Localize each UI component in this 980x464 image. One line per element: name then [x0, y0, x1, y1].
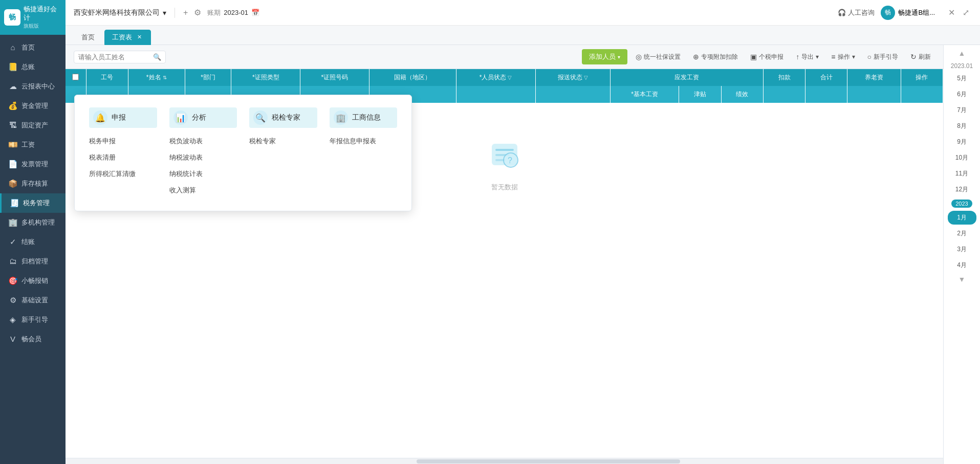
- plus-icon[interactable]: +: [183, 8, 188, 17]
- sidebar-item-guide[interactable]: ◈新手引导: [0, 310, 66, 329]
- add-person-button[interactable]: 添加人员 ▾: [582, 49, 627, 64]
- month-item-10月[interactable]: 10月: [948, 151, 976, 165]
- special-deduction-icon: ⊕: [693, 53, 699, 61]
- sidebar-item-settings[interactable]: ⚙基础设置: [0, 291, 66, 310]
- menu-item-tax-settlement[interactable]: 所得税汇算清缴: [89, 166, 157, 182]
- multi-org-nav-icon: 🏢: [8, 218, 17, 227]
- select-all-checkbox[interactable]: [72, 74, 79, 80]
- sidebar-logo: 畅 畅捷通好会计 旗舰版: [0, 0, 66, 35]
- menu-item-tax-table[interactable]: 税表清册: [89, 149, 157, 166]
- menu-item-tax-burden[interactable]: 税负波动表: [169, 133, 237, 149]
- logo-icon: 畅: [4, 9, 20, 26]
- month-item-12月[interactable]: 12月: [948, 183, 976, 196]
- cloud-report-nav-icon: ☁: [8, 82, 17, 91]
- month-item-9月[interactable]: 9月: [948, 135, 976, 149]
- social-insurance-icon: ◎: [636, 53, 642, 61]
- user-menu[interactable]: 畅 畅捷通B组...: [881, 6, 935, 20]
- refresh-label: 刷新: [919, 53, 931, 61]
- company-dropdown-icon[interactable]: ▾: [163, 9, 166, 17]
- month-item-8月[interactable]: 8月: [948, 119, 976, 133]
- period-value: 2023-01: [224, 9, 248, 16]
- th-performance: 绩效: [721, 86, 763, 103]
- support-icon: 🎧: [838, 9, 846, 16]
- month-item-6月[interactable]: 6月: [948, 87, 976, 101]
- month-item-11月[interactable]: 11月: [948, 167, 976, 181]
- menu-item-tax-stats[interactable]: 纳税统计表: [169, 166, 237, 182]
- sidebar-item-fixed-assets[interactable]: 🏗固定资产: [0, 116, 66, 135]
- refresh-button[interactable]: ↻ 刷新: [906, 51, 935, 63]
- main-area: 西安虾米网络科技有限公司 ▾ + ⚙ 账期 2023-01 📅 🎧 人工咨询 畅…: [66, 0, 980, 464]
- closing-nav-icon: ✓: [8, 237, 17, 247]
- name-sort-icon[interactable]: ⇅: [163, 75, 167, 80]
- sidebar-item-tax[interactable]: 🧾税务管理: [0, 193, 66, 213]
- sidebar-item-closing[interactable]: ✓结账: [0, 232, 66, 252]
- new-guide-button[interactable]: ○ 新手引导: [863, 51, 902, 63]
- date-nav-down[interactable]: ▼: [956, 273, 968, 285]
- month-2023-item-3月[interactable]: 3月: [948, 242, 976, 256]
- th-deduction: 扣款: [763, 69, 805, 86]
- divider-1: [175, 8, 175, 18]
- horizontal-scrollbar[interactable]: [66, 458, 943, 464]
- sidebar-item-marketing[interactable]: 🎯小畅报销: [0, 271, 66, 291]
- menu-item-annual-report[interactable]: 年报信息申报表: [330, 133, 398, 149]
- menu-section-analysis: 📊 分析 税负波动表 纳税波动表 纳税统计表 收入测算: [163, 103, 244, 203]
- tax-declaration-button[interactable]: ▣ 个税申报: [746, 51, 788, 63]
- support-button[interactable]: 🎧 人工咨询: [838, 8, 875, 17]
- app-version: 旗舰版: [24, 23, 61, 30]
- tab-salary-table[interactable]: 工资表 ✕: [104, 30, 151, 45]
- sidebar-item-ledger[interactable]: 📒总账: [0, 57, 66, 77]
- menu-item-tax-expert[interactable]: 税检专家: [249, 133, 317, 149]
- tax-expert-section-icon: 🔍: [253, 111, 268, 125]
- add-person-dropdown-arrow: ▾: [618, 54, 620, 60]
- social-insurance-button[interactable]: ◎ 统一社保设置: [631, 51, 685, 63]
- cloud-report-nav-label: 云报表中心: [21, 82, 55, 91]
- tax-nav-label: 税务管理: [23, 198, 50, 208]
- sidebar-item-inventory[interactable]: 📦库存核算: [0, 174, 66, 193]
- month-2023-item-1月[interactable]: 1月: [948, 211, 976, 225]
- sidebar-item-home[interactable]: ⌂首页: [0, 38, 66, 57]
- business-info-section-icon: 🏢: [334, 111, 348, 125]
- status-filter-icon[interactable]: ▽: [508, 75, 512, 80]
- export-button[interactable]: ↑ 导出 ▾: [792, 51, 823, 63]
- new-guide-label: 新手引导: [874, 53, 898, 61]
- close-button[interactable]: ✕: [945, 7, 957, 19]
- home-nav-icon: ⌂: [8, 43, 17, 52]
- analysis-section-icon: 📊: [173, 111, 188, 125]
- search-input[interactable]: [78, 53, 150, 61]
- month-item-5月[interactable]: 5月: [948, 72, 976, 85]
- expand-button[interactable]: ⤢: [960, 7, 972, 19]
- menu-item-tax-payment[interactable]: 纳税波动表: [169, 149, 237, 166]
- menu-item-tax-declaration[interactable]: 税务申报: [89, 133, 157, 149]
- menu-grid: 🔔 申报 税务申报 税表清册 所得税汇算清缴 📊 分析 税负波动表 纳税波动表 …: [83, 103, 403, 203]
- tab-home[interactable]: 首页: [74, 30, 102, 45]
- sidebar-item-salary[interactable]: 💴工资: [0, 135, 66, 154]
- sidebar-item-archive[interactable]: 🗂归档管理: [0, 252, 66, 271]
- ledger-nav-label: 总账: [21, 62, 35, 72]
- window-controls: ✕ ⤢: [945, 7, 972, 19]
- fund-nav-icon: 💰: [8, 101, 17, 111]
- tax-declaration-label: 个税申报: [759, 53, 783, 61]
- menu-item-income-calc[interactable]: 收入测算: [169, 182, 237, 198]
- new-guide-icon: ○: [867, 53, 872, 61]
- company-selector[interactable]: 西安虾米网络科技有限公司 ▾: [74, 8, 166, 17]
- sidebar-item-fund[interactable]: 💰资金管理: [0, 96, 66, 116]
- no-data-icon: ?: [484, 134, 525, 174]
- scrollbar-thumb[interactable]: [417, 459, 680, 463]
- report-status-filter-icon[interactable]: ▽: [584, 75, 588, 80]
- tab-close-icon[interactable]: ✕: [135, 33, 143, 41]
- operations-button[interactable]: ≡ 操作 ▾: [827, 51, 859, 63]
- sidebar-item-invoice[interactable]: 📄发票管理: [0, 154, 66, 174]
- th-region: 国籍（地区）: [369, 69, 456, 86]
- sidebar-item-cloud-report[interactable]: ☁云报表中心: [0, 77, 66, 96]
- sidebar-item-multi-org[interactable]: 🏢多机构管理: [0, 213, 66, 232]
- calendar-icon[interactable]: 📅: [251, 9, 259, 16]
- month-2023-item-4月[interactable]: 4月: [948, 258, 976, 272]
- declaration-section-icon: 🔔: [93, 111, 107, 125]
- date-nav-up[interactable]: ▲: [956, 47, 968, 59]
- special-deduction-button[interactable]: ⊕ 专项附加扣除: [689, 51, 742, 63]
- sidebar-item-member[interactable]: V畅会员: [0, 329, 66, 349]
- search-wrap: 🔍: [74, 51, 166, 63]
- month-2023-item-2月[interactable]: 2月: [948, 227, 976, 240]
- settings-icon[interactable]: ⚙: [194, 8, 201, 17]
- month-item-7月[interactable]: 7月: [948, 103, 976, 117]
